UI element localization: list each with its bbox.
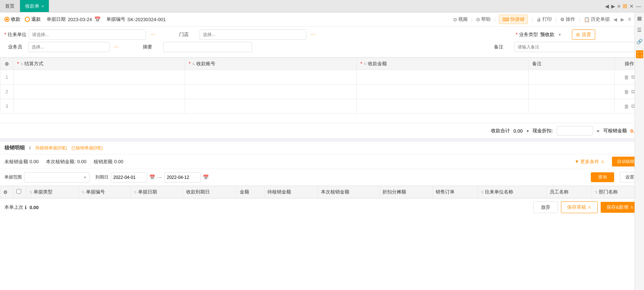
tab-menu-icon[interactable]: ≡	[617, 3, 620, 9]
radio-receipt[interactable]: 收款	[4, 16, 20, 23]
row3-copy-icon[interactable]: ⧉	[631, 103, 635, 109]
discount-label: 现金折扣:	[533, 128, 553, 134]
net-label: 可核销金额	[603, 128, 627, 134]
date-to-input[interactable]	[164, 172, 201, 183]
current-stat: 本次核销金额: 0.00	[46, 158, 86, 165]
staff-input[interactable]	[28, 42, 110, 52]
row3-delete-icon[interactable]: 🗑	[624, 103, 629, 109]
action-shortcut[interactable]: ⌨ 快捷键	[499, 15, 528, 24]
summary-input[interactable]	[163, 42, 252, 52]
radio-refund[interactable]: 退款	[25, 16, 41, 23]
row3-account-cell[interactable]	[185, 99, 357, 114]
writeoff-title: 核销明细	[4, 145, 25, 151]
bill-type-sort[interactable]: ⇅	[30, 191, 32, 194]
carry-info-icon[interactable]: ℹ	[25, 205, 27, 210]
settlement-column-header: * ⇅ 结算方式	[13, 58, 185, 70]
row2-remark-cell[interactable]	[528, 85, 614, 99]
row2-settlement-cell[interactable]	[13, 85, 185, 99]
row1-account-cell[interactable]	[185, 70, 357, 85]
tab-prev-icon[interactable]: ◀	[605, 3, 609, 9]
action-operation[interactable]: ⚙ 操作	[560, 16, 575, 23]
row1-settlement-cell[interactable]	[13, 70, 185, 85]
sidebar-list-icon[interactable]: ☰	[637, 27, 642, 33]
range-select[interactable]	[24, 172, 90, 183]
done-tab[interactable]: 已核销单据(0笔)	[71, 145, 103, 151]
store-more-btn[interactable]: ···	[309, 31, 318, 38]
select-all-checkbox[interactable]	[16, 189, 21, 194]
bottom-gear-header[interactable]: ⚙	[0, 186, 13, 198]
row1-delete-icon[interactable]: 🗑	[624, 74, 629, 80]
sidebar-table-icon[interactable]: ▦	[637, 15, 642, 21]
customer-name-sort[interactable]: ⇅	[481, 191, 484, 194]
tab-minimize-icon[interactable]: —	[636, 3, 641, 9]
customer-name-header: ⇅ 往来单位名称	[478, 186, 547, 198]
operation-label: 操作	[566, 16, 575, 23]
customer-more-btn[interactable]: ···	[148, 31, 157, 38]
sidebar-link-icon[interactable]: 🔗	[636, 39, 643, 44]
settlement-label: 结算方式	[24, 61, 43, 66]
settlement-sort-icon[interactable]: ⇅	[20, 62, 23, 66]
tab-bar: 首页 收款单 × ◀ ▶ ≡ ⊞ ✕ —	[0, 0, 644, 12]
calendar-from-icon[interactable]: 📅	[149, 175, 155, 180]
tab-receipt-close[interactable]: ×	[42, 4, 44, 8]
date-from-input[interactable]	[111, 172, 147, 183]
business-type-arrow[interactable]: ▼	[558, 33, 562, 37]
row1-amount-cell[interactable]	[357, 70, 528, 85]
row1-copy-icon[interactable]: ⧉	[631, 74, 635, 80]
action-help[interactable]: ⊙ 帮助	[476, 16, 491, 23]
row2-amount-cell[interactable]	[357, 85, 528, 99]
list-view-icon[interactable]: ≡	[628, 16, 631, 23]
calendar-to-icon[interactable]: 📅	[203, 175, 209, 180]
save-draft-button[interactable]: 保存草稿 ∧	[561, 201, 598, 213]
unchecked-stat: 未核销金额 0.00	[4, 158, 39, 165]
row3-remark-cell[interactable]	[528, 99, 614, 114]
discount-input[interactable]	[557, 126, 593, 136]
amount-column-header: * ⇅ 收款金额	[357, 58, 528, 70]
main-table-container: ⚙ * ⇅ 结算方式 * ⇅ 收款账号 * ⇅ 收款	[0, 58, 644, 123]
filter-btn[interactable]: ▼ 更多条件 ∧	[575, 158, 605, 165]
row3-settlement-cell[interactable]	[13, 99, 185, 114]
tab-grid-icon[interactable]: ⊞	[623, 3, 627, 9]
bill-date-header: ⇅ 单据日期	[131, 186, 183, 198]
toolbar: 收款 退款 单据日期 2023-03-24 📅 单据编号 SK-20230324…	[0, 12, 644, 27]
row2-account-cell[interactable]	[185, 85, 357, 99]
writeoff-info-icon[interactable]: ℹ	[29, 145, 31, 150]
bottom-gear-icon: ⚙	[3, 189, 8, 195]
bill-date-sort[interactable]: ⇅	[134, 191, 137, 194]
staff-name-header: 员工名称	[547, 186, 592, 198]
settings-button[interactable]: ⚙ 设置	[572, 30, 595, 40]
gear-column-header[interactable]: ⚙	[0, 58, 13, 70]
unchecked-label: 未核销金额	[4, 158, 28, 165]
nav-next-icon[interactable]: ▶	[621, 17, 624, 22]
row2-copy-icon[interactable]: ⧉	[631, 89, 635, 95]
action-history[interactable]: 📋 历史单据	[584, 16, 610, 23]
dept-name-sort[interactable]: ⇅	[595, 191, 598, 194]
calendar-icon[interactable]: 📅	[94, 16, 101, 22]
staff-more-btn[interactable]: ···	[112, 44, 121, 50]
nav-prev-icon[interactable]: ◀	[613, 17, 617, 22]
tab-close-window-icon[interactable]: ✕	[629, 3, 634, 9]
pending-tab[interactable]: 待核销单据(0笔)	[35, 145, 67, 151]
remark-input[interactable]	[514, 42, 640, 52]
staff-field: 业务员 ···	[4, 42, 121, 52]
due-date-header: 收款到期日	[183, 186, 236, 198]
query-button[interactable]: 查询	[591, 172, 614, 182]
row2-delete-icon[interactable]: 🗑	[624, 89, 629, 95]
amount-sort-icon[interactable]: ⇅	[364, 62, 366, 66]
abandon-button[interactable]: 放弃	[533, 201, 558, 213]
customer-input[interactable]	[29, 30, 146, 40]
writeoff-header: 核销明细 ℹ 待核销单据(0笔) 已核销单据(0笔)	[0, 142, 644, 154]
store-input[interactable]	[200, 30, 306, 40]
save-new-button[interactable]: 保存&新增 ∧	[601, 202, 640, 213]
account-sort-icon[interactable]: ⇅	[192, 62, 195, 66]
action-video[interactable]: ⊙ 视频	[453, 16, 468, 23]
bill-number-sort[interactable]: ⇅	[82, 191, 85, 194]
action-print[interactable]: 🖨 打印	[537, 16, 552, 23]
sidebar-camera-icon[interactable]: ⛶	[636, 50, 643, 58]
row3-amount-cell[interactable]	[357, 99, 528, 114]
row1-remark-cell[interactable]	[528, 70, 614, 85]
tab-home[interactable]: 首页	[0, 0, 20, 12]
account-column-header: * ⇅ 收款账号	[185, 58, 357, 70]
tab-next-icon[interactable]: ▶	[611, 3, 615, 9]
tab-receipt[interactable]: 收款单 ×	[20, 0, 49, 12]
